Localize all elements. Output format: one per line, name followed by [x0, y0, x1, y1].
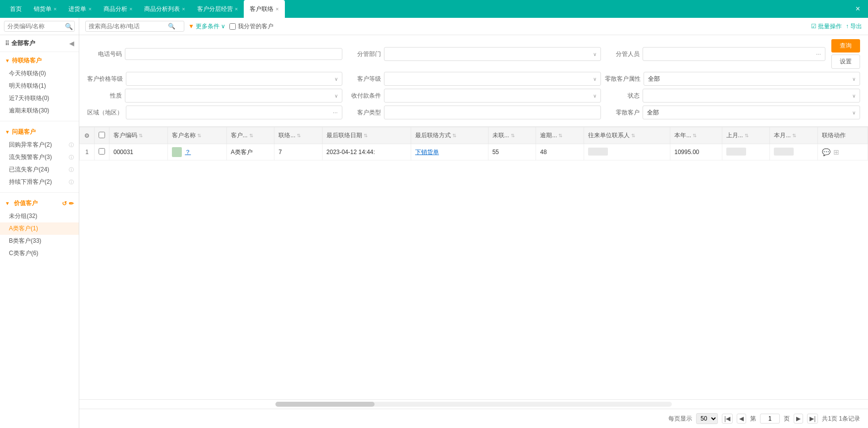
- filter-icon: ▼: [188, 23, 194, 30]
- sort-last-date-icon[interactable]: ⇅: [364, 133, 368, 138]
- sidebar-search-input[interactable]: [4, 21, 75, 32]
- sidebar-section-value-title[interactable]: ▼ 价值客户 ↺ ✏: [0, 197, 79, 210]
- filter-phone-input[interactable]: [125, 48, 342, 60]
- sidebar-item-b-class[interactable]: B类客户(33): [0, 235, 79, 247]
- sidebar-item-today[interactable]: 今天待联络(0): [0, 67, 79, 80]
- sidebar-collapse-icon[interactable]: ◀: [69, 40, 74, 47]
- col-actions-label: 联络动作: [822, 132, 846, 139]
- filter-row-4: 区域（地区） ··· 客户类型 零散客户 全部 ∨: [87, 106, 860, 119]
- col-type: 客户... ⇅: [226, 127, 274, 144]
- filter-customer-type: 客户类型: [346, 106, 601, 119]
- next-page-btn[interactable]: ▶: [794, 414, 803, 424]
- nav-sales-close[interactable]: ×: [54, 6, 56, 12]
- top-navigation: 首页 销货单 × 进货单 × 商品分析 × 商品分析列表 × 客户分层经营 × …: [0, 0, 868, 18]
- nav-purchase-close[interactable]: ×: [88, 6, 91, 12]
- row-last-month-value: [726, 148, 746, 156]
- nav-product-analysis-list[interactable]: 商品分析列表 ×: [138, 0, 191, 18]
- sidebar-item-tomorrow[interactable]: 明天待联络(1): [0, 80, 79, 92]
- filter-retail-select[interactable]: 全部 ∨: [643, 106, 860, 119]
- sidebar-search-icon[interactable]: 🔍: [65, 23, 73, 30]
- sidebar-item-churned[interactable]: 已流失客户(24) ⓘ: [0, 163, 79, 176]
- row-checkbox-cell: [95, 144, 109, 160]
- sidebar-item-unclassified[interactable]: 未分组(32): [0, 210, 79, 222]
- col-last-date: 最后联络日期 ⇅: [322, 127, 411, 144]
- sidebar-item-repurchase-abnormal[interactable]: 回购异常客户(2) ⓘ: [0, 139, 79, 151]
- sort-this-month-icon[interactable]: ⇅: [792, 133, 796, 138]
- filter-customer-type-input[interactable]: [384, 106, 601, 119]
- row-actions-cell: 💬 ⊞: [817, 144, 868, 160]
- sort-type-icon[interactable]: ⇅: [249, 133, 253, 138]
- my-customers-check[interactable]: [229, 23, 236, 30]
- nav-sales[interactable]: 销货单 ×: [28, 0, 62, 18]
- filter-retail-attr-select[interactable]: 全部 ∨: [644, 72, 860, 86]
- filter-retail-attr: 零散客户属性 全部 ∨: [605, 72, 860, 86]
- sidebar-item-c-class[interactable]: C类客户(6): [0, 247, 79, 260]
- last-page-btn[interactable]: ▶|: [807, 414, 818, 424]
- table-select-all[interactable]: [99, 132, 105, 138]
- filter-payment-select[interactable]: ∨: [384, 89, 601, 103]
- filter-nature-select[interactable]: ∨: [125, 89, 342, 103]
- chat-action-icon[interactable]: 💬: [822, 148, 830, 156]
- filter-customer-level-select[interactable]: ∨: [384, 72, 601, 86]
- window-close-button[interactable]: ×: [852, 4, 864, 13]
- nav-purchase[interactable]: 进货单 ×: [62, 0, 97, 18]
- sort-code-icon[interactable]: ⇅: [139, 133, 143, 138]
- export-btn[interactable]: ↑ 导出: [846, 22, 862, 31]
- nav-customer-tier[interactable]: 客户分层经营 ×: [191, 0, 244, 18]
- sidebar-item-7days[interactable]: 近7天待联络(0): [0, 92, 79, 105]
- batch-op-btn[interactable]: ☑ 批量操作: [811, 22, 842, 31]
- sidebar-item-a-class[interactable]: A类客户(1): [0, 222, 79, 235]
- sort-this-year-icon[interactable]: ⇅: [693, 133, 697, 138]
- settings-button[interactable]: 设置: [831, 54, 860, 69]
- filter-region-input[interactable]: ···: [126, 106, 342, 119]
- filter-payment-label: 收付款条件: [346, 92, 381, 100]
- filter-search-icon[interactable]: 🔍: [168, 23, 175, 30]
- sort-not-contacted-icon[interactable]: ⇅: [511, 133, 515, 138]
- nav-product-analysis-list-close[interactable]: ×: [182, 6, 185, 12]
- sidebar-search-container: 🔍: [0, 18, 79, 35]
- refresh-icon[interactable]: ↺: [62, 200, 67, 207]
- my-customers-checkbox[interactable]: 我分管的客户: [229, 22, 273, 31]
- sort-contact-icon[interactable]: ⇅: [297, 133, 301, 138]
- scrollbar-thumb[interactable]: [275, 402, 375, 407]
- first-page-btn[interactable]: |◀: [722, 414, 733, 424]
- main-content: 🔍 ▼ 更多条件 ∨ 我分管的客户 ☑ 批量操作 ↑ 导出: [79, 18, 868, 428]
- sort-unit-contact-icon[interactable]: ⇅: [631, 133, 635, 138]
- row-checkbox[interactable]: [99, 148, 105, 155]
- nav-customer-tier-close[interactable]: ×: [235, 6, 238, 12]
- nav-product-analysis[interactable]: 商品分析 ×: [98, 0, 138, 18]
- col-this-month-label: 本月...: [774, 131, 791, 140]
- nav-product-analysis-close[interactable]: ×: [129, 6, 132, 12]
- prev-page-btn[interactable]: ◀: [737, 414, 746, 424]
- filter-status-select[interactable]: ∨: [643, 89, 860, 103]
- row-last-method-value[interactable]: 下销货单: [415, 149, 439, 156]
- query-button[interactable]: 查询: [831, 39, 860, 53]
- sort-last-method-icon[interactable]: ⇅: [452, 133, 456, 138]
- per-page-select[interactable]: 50: [696, 413, 718, 424]
- sidebar-section-pending-title[interactable]: ▼ 待联络客户: [0, 54, 79, 67]
- sidebar-item-overdue[interactable]: 逾期未联络(30): [0, 105, 79, 117]
- filter-search-input[interactable]: [89, 23, 168, 30]
- filter-price-level-select[interactable]: ∨: [126, 72, 342, 86]
- sort-overdue-icon[interactable]: ⇅: [558, 133, 562, 138]
- filter-more-btn[interactable]: ▼ 更多条件 ∨: [188, 22, 225, 31]
- sort-name-icon[interactable]: ⇅: [197, 133, 201, 138]
- sidebar-divider-2: [0, 192, 79, 193]
- sidebar-all-customers[interactable]: ⠿ 全部客户 ◀: [0, 35, 79, 52]
- nav-customer-contact-close[interactable]: ×: [275, 6, 278, 12]
- nav-customer-contact[interactable]: 客户联络 ×: [244, 0, 284, 18]
- edit-icon[interactable]: ✏: [69, 200, 74, 207]
- nav-home[interactable]: 首页: [4, 0, 28, 18]
- filter-manager-input[interactable]: ···: [643, 47, 825, 61]
- page-number-input[interactable]: [760, 414, 780, 424]
- sidebar-item-churn-warning[interactable]: 流失预警客户(3) ⓘ: [0, 151, 79, 163]
- sidebar-item-declining[interactable]: 持续下滑客户(2) ⓘ: [0, 176, 79, 188]
- grid-action-icon[interactable]: ⊞: [833, 148, 839, 156]
- sort-last-month-icon[interactable]: ⇅: [745, 133, 749, 138]
- row-name-value[interactable]: ？: [185, 148, 191, 157]
- table-settings-col[interactable]: ⚙: [80, 127, 95, 144]
- sidebar-section-problem-title[interactable]: ▼ 问题客户: [0, 125, 79, 139]
- filter-customer-level: 客户等级 ∨: [346, 72, 601, 86]
- filter-dept-select[interactable]: ∨: [384, 47, 601, 61]
- row-overdue: 48: [536, 144, 584, 160]
